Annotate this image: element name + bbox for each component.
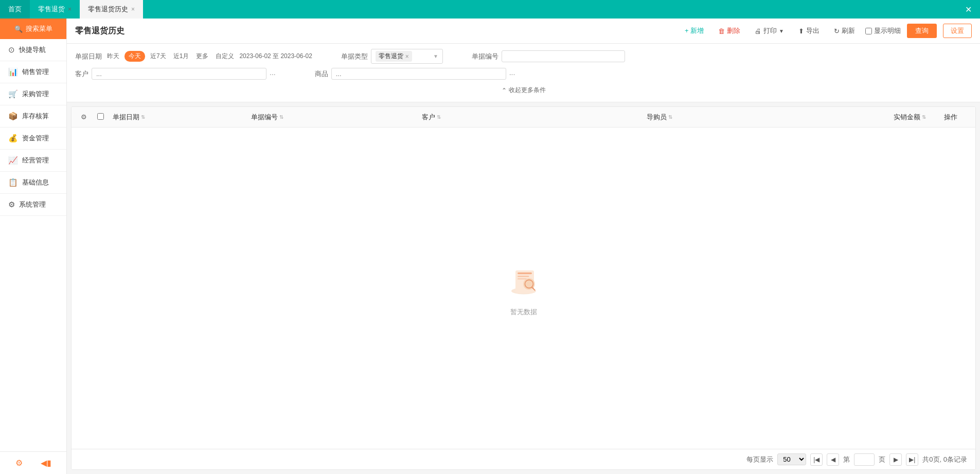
page-number-input[interactable]: 1 (854, 453, 875, 466)
amount-sort-icon: ⇅ (922, 114, 926, 120)
page-header: 零售退货历史 + 新增 🗑 删除 🖨 打印 ▼ ⬆ 导出 (67, 19, 980, 44)
volume-button[interactable]: ◀▮ (41, 458, 51, 468)
tab-retail-return-history[interactable]: 零售退货历史 × (80, 0, 143, 19)
sidebar-item-inventory[interactable]: 📦 库存核算 (0, 105, 66, 127)
display-detail-checkbox[interactable]: 显示明细 (865, 26, 901, 35)
filter-area: 单据日期 昨天 今天 近7天 近1月 更多 自定义 2023-06-02 至 2… (67, 44, 980, 102)
svg-rect-3 (518, 276, 529, 277)
select-all-checkbox[interactable] (97, 113, 104, 120)
close-tab-retail-return[interactable]: × (68, 6, 72, 13)
customer-sort-icon: ⇅ (437, 114, 441, 120)
goods-more-btn[interactable]: ··· (509, 70, 515, 78)
doc-type-label: 单据类型 (341, 52, 368, 61)
sidebar-item-sales[interactable]: 📊 销售管理 (0, 61, 66, 83)
date-btn-more[interactable]: 更多 (194, 51, 210, 62)
collapse-button[interactable]: ⌃ 收起更多条件 (75, 84, 972, 97)
table-header: ⚙ 单据日期 ⇅ 单据编号 ⇅ 客户 ⇅ 导购员 ⇅ (72, 107, 975, 127)
tab-retail-return[interactable]: 零售退货 × (30, 0, 80, 19)
sidebar-item-quick-nav[interactable]: ⊙ 快捷导航 (0, 39, 66, 61)
print-button[interactable]: 🖨 打印 ▼ (751, 24, 788, 38)
date-btn-7days[interactable]: 近7天 (148, 51, 168, 62)
close-tab-retail-return-history[interactable]: × (131, 6, 135, 13)
doc-type-tag-close[interactable]: × (405, 53, 409, 60)
date-filter-options: 昨天 今天 近7天 近1月 更多 自定义 (105, 51, 236, 62)
filter-row-1: 单据日期 昨天 今天 近7天 近1月 更多 自定义 2023-06-02 至 2… (75, 49, 972, 64)
export-icon: ⬆ (798, 27, 804, 35)
th-checkbox[interactable] (92, 113, 109, 121)
svg-rect-2 (518, 272, 532, 274)
page-unit: 页 (879, 455, 885, 464)
export-button[interactable]: ⬆ 导出 (794, 24, 824, 38)
date-btn-custom[interactable]: 自定义 (213, 51, 236, 62)
th-number[interactable]: 单据编号 ⇅ (247, 113, 418, 122)
content-area: 零售退货历史 + 新增 🗑 删除 🖨 打印 ▼ ⬆ 导出 (67, 19, 980, 474)
date-range-display: 2023-06-02 至 2023-06-02 (239, 52, 312, 61)
refresh-icon: ↻ (834, 27, 840, 35)
sidebar-item-basic-info[interactable]: 📋 基础信息 (0, 172, 66, 194)
basic-info-icon: 📋 (8, 178, 18, 187)
customer-filter-item: 客户 ··· (75, 68, 276, 80)
th-amount[interactable]: 实销金额 ⇅ (813, 113, 930, 122)
date-btn-yesterday[interactable]: 昨天 (105, 51, 121, 62)
first-page-btn[interactable]: |◀ (810, 453, 823, 466)
empty-icon (503, 260, 544, 301)
new-button[interactable]: + 新增 (681, 24, 708, 38)
doc-type-dropdown-icon: ▼ (433, 53, 438, 59)
empty-area: 暂无数据 (72, 127, 975, 449)
display-detail-input[interactable] (865, 28, 872, 34)
delete-button[interactable]: 🗑 删除 (714, 24, 744, 38)
goods-label: 商品 (315, 69, 328, 79)
customer-label: 客户 (75, 69, 88, 79)
guide-sort-icon: ⇅ (668, 114, 672, 120)
th-customer[interactable]: 客户 ⇅ (418, 113, 643, 122)
sidebar-item-finance[interactable]: 💰 资金管理 (0, 127, 66, 150)
date-sort-icon: ⇅ (141, 114, 145, 120)
main-layout: 🔍 搜索菜单 ⊙ 快捷导航 📊 销售管理 🛒 采购管理 📦 库存核算 💰 资金管… (0, 19, 980, 474)
prev-page-btn[interactable]: ◀ (827, 453, 839, 466)
inventory-icon: 📦 (8, 112, 18, 121)
goods-filter-item: 商品 ··· (315, 68, 515, 80)
tab-home[interactable]: 首页 (0, 0, 30, 19)
date-btn-today[interactable]: 今天 (124, 51, 145, 62)
th-settings[interactable]: ⚙ (76, 113, 92, 121)
table-area: ⚙ 单据日期 ⇅ 单据编号 ⇅ 客户 ⇅ 导购员 ⇅ (71, 106, 976, 470)
purchase-icon: 🛒 (8, 89, 18, 99)
th-action: 操作 (930, 113, 971, 122)
query-button[interactable]: 查询 (907, 24, 937, 38)
page-label: 第 (843, 455, 850, 464)
th-guide[interactable]: 导购员 ⇅ (643, 113, 813, 122)
finance-icon: 💰 (8, 134, 18, 143)
last-page-btn[interactable]: ▶| (906, 453, 918, 466)
sidebar-item-purchase[interactable]: 🛒 采购管理 (0, 83, 66, 105)
customer-more-btn[interactable]: ··· (270, 70, 276, 78)
business-icon: 📈 (8, 156, 18, 165)
system-icon: ⚙ (8, 200, 15, 209)
gear-button[interactable]: ⚙ (15, 458, 23, 468)
customer-input[interactable] (92, 68, 266, 80)
doc-number-input[interactable] (502, 50, 625, 62)
sales-icon: 📊 (8, 67, 18, 77)
collapse-icon: ⌃ (502, 87, 507, 94)
doc-type-select[interactable]: 零售退货 × ▼ (371, 49, 443, 64)
per-page-select[interactable]: 50 10 20 100 (777, 453, 806, 465)
delete-icon: 🗑 (718, 27, 725, 35)
page-title: 零售退货历史 (75, 26, 124, 37)
total-info: 共0页, 0条记录 (922, 455, 967, 464)
next-page-btn[interactable]: ▶ (889, 453, 902, 466)
quick-nav-icon: ⊙ (8, 45, 15, 54)
refresh-button[interactable]: ↻ 刷新 (830, 24, 859, 38)
sidebar-search[interactable]: 🔍 搜索菜单 (0, 19, 66, 39)
doc-number-filter-item: 单据编号 (472, 50, 625, 62)
setting-button[interactable]: 设置 (943, 24, 972, 38)
window-close-button[interactable]: ✕ (957, 5, 980, 14)
doc-type-tag: 零售退货 × (376, 51, 412, 62)
goods-input[interactable] (331, 68, 506, 80)
doc-number-label: 单据编号 (472, 52, 498, 61)
sidebar-item-system[interactable]: ⚙ 系统管理 (0, 194, 66, 216)
print-icon: 🖨 (755, 27, 761, 35)
sidebar-item-business[interactable]: 📈 经营管理 (0, 150, 66, 172)
empty-text: 暂无数据 (510, 307, 537, 317)
toolbar: + 新增 🗑 删除 🖨 打印 ▼ ⬆ 导出 ↻ 刷新 (681, 24, 972, 38)
th-date[interactable]: 单据日期 ⇅ (109, 113, 247, 122)
date-btn-1month[interactable]: 近1月 (171, 51, 191, 62)
